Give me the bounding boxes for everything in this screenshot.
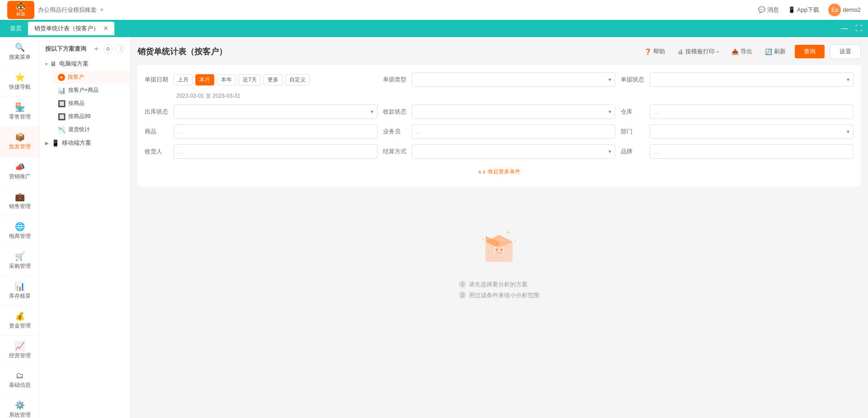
settings-btn[interactable]: 设置 xyxy=(830,44,861,59)
tree-item-by-customer-product[interactable]: 📊 按客户+商品 xyxy=(52,84,130,97)
sidebar-item-marketing[interactable]: 📣 营销推广 xyxy=(0,157,39,186)
sidebar-item-purchase[interactable]: 🛒 采购管理 xyxy=(0,246,39,276)
doc-type-input[interactable]: ▾ xyxy=(412,72,616,87)
tab-close-icon[interactable]: ✕ xyxy=(104,25,108,32)
collapse-bar[interactable]: ∧∧ 收起更多条件 xyxy=(145,164,854,179)
tree-item-return-stats[interactable]: 📉 退货统计 xyxy=(52,123,130,136)
department-arrow: ▾ xyxy=(847,128,849,135)
product-input[interactable]: … xyxy=(174,124,377,139)
app-download-btn[interactable]: 📱 App下载 xyxy=(788,6,819,14)
tab-sales-stats[interactable]: 销货单统计表（按客户） ✕ xyxy=(28,22,114,35)
tree-mobile-label: 移动端方案 xyxy=(62,139,91,147)
chart-icon-2: 🔲 xyxy=(58,100,66,107)
user-btn[interactable]: Ea demo2 xyxy=(828,4,861,16)
tab-bar: 首页 销货单统计表（按客户） ✕ — ⛶ xyxy=(0,20,868,37)
tree-item-by-customer[interactable]: ● 按客户 xyxy=(52,71,130,84)
sidebar-item-retail[interactable]: 🏪 零售管理 xyxy=(0,97,39,127)
sidebar: 🔍 搜索菜单 ⭐ 快捷导航 🏪 零售管理 📦 批发管理 📣 营销推广 💼 销售管… xyxy=(0,37,40,418)
tab-minimize-btn[interactable]: — xyxy=(839,23,850,34)
date-btn-this-year[interactable]: 本年 xyxy=(217,74,236,86)
out-status-input[interactable]: ▾ xyxy=(174,104,377,119)
sidebar-item-quick-nav-label: 快捷导航 xyxy=(9,83,31,91)
left-panel-icons: + ⚙ 《 xyxy=(92,44,124,53)
help-icon: ❓ xyxy=(644,48,651,55)
sidebar-item-inventory[interactable]: 📊 库存核算 xyxy=(0,276,39,306)
logo-icon: 🐯 xyxy=(16,3,26,11)
filter-item-product: 商品 … xyxy=(145,124,377,139)
collapse-label: 收起更多条件 xyxy=(488,168,520,176)
doc-status-input[interactable]: ▾ xyxy=(650,72,854,87)
refresh-btn[interactable]: 🔄 刷新 xyxy=(761,46,789,57)
receipt-status-input[interactable]: ▾ xyxy=(412,104,616,119)
date-btn-this-month[interactable]: 本月 xyxy=(195,74,214,86)
template-print-arrow: ▾ xyxy=(717,49,719,54)
department-input[interactable]: ▾ xyxy=(650,124,854,139)
tree-item-by-customer-product-label: 按客户+商品 xyxy=(68,86,99,94)
settlement-input[interactable]: ▾ xyxy=(412,144,616,159)
receipt-status-arrow: ▾ xyxy=(609,109,611,115)
filter-form: 单据日期 上月 本月 本年 近7天 更多 自定义 单据类型 xyxy=(137,65,861,186)
date-filter-row: 上月 本月 本年 近7天 更多 自定义 xyxy=(174,74,310,86)
sidebar-item-finance[interactable]: 💰 资金管理 xyxy=(0,306,39,336)
tree-desktop-children: ● 按客户 📊 按客户+商品 🔲 按商品 🔲 按商品99 📉 退货统 xyxy=(40,71,130,136)
quick-nav-icon: ⭐ xyxy=(15,72,25,82)
export-btn[interactable]: 📤 导出 xyxy=(728,46,756,57)
page-title: 销货单统计表（按客户） xyxy=(137,46,227,57)
date-btn-last-month[interactable]: 上月 xyxy=(174,74,193,86)
tip-text-1: 请先选择要分析的方案 xyxy=(469,280,528,289)
salesperson-input[interactable]: … xyxy=(412,124,616,139)
refresh-icon: 🔄 xyxy=(765,48,772,55)
tip-1: 1 请先选择要分析的方案 xyxy=(459,280,539,289)
app-title-arrow[interactable]: ▾ xyxy=(100,6,104,13)
sidebar-item-wholesale[interactable]: 📦 批发管理 xyxy=(0,127,39,157)
tree-mobile-group[interactable]: ▶ 📱 移动端方案 xyxy=(40,136,130,150)
tab-home[interactable]: 首页 xyxy=(4,22,28,35)
tree-item-by-product-99[interactable]: 🔲 按商品99 xyxy=(52,110,130,123)
tree-item-by-customer-label: 按客户 xyxy=(68,73,84,81)
sidebar-item-sales[interactable]: 💼 销售管理 xyxy=(0,186,39,216)
tab-maximize-btn[interactable]: ⛶ xyxy=(854,23,864,34)
settings-scheme-btn[interactable]: ⚙ xyxy=(104,44,113,53)
empty-illustration xyxy=(472,219,526,273)
query-btn[interactable]: 查询 xyxy=(795,45,825,58)
tree-item-by-product[interactable]: 🔲 按商品 xyxy=(52,97,130,110)
sidebar-item-ecommerce[interactable]: 🌐 电商管理 xyxy=(0,216,39,246)
receiver-input[interactable]: … xyxy=(174,144,377,159)
receiver-placeholder: … xyxy=(178,148,184,155)
collapse-icon: 《 xyxy=(118,46,123,52)
chart-icon-3: 🔲 xyxy=(58,113,66,120)
top-header: 🐯 标版 办公用品行业模拟账套 ▾ 💬 消息 📱 App下载 Ea demo2 xyxy=(0,0,868,20)
sidebar-item-search[interactable]: 🔍 搜索菜单 xyxy=(0,37,39,67)
sidebar-item-basic[interactable]: 🗂 基础信息 xyxy=(0,366,39,395)
sales-icon: 💼 xyxy=(15,192,25,202)
sidebar-item-system-label: 系统管理 xyxy=(9,411,31,418)
left-panel-header: 按以下方案查询 + ⚙ 《 xyxy=(40,41,130,57)
sidebar-item-quick-nav[interactable]: ⭐ 快捷导航 xyxy=(0,67,39,97)
brand-input[interactable]: … xyxy=(650,144,854,159)
header-right: 💬 消息 📱 App下载 Ea demo2 xyxy=(758,4,861,16)
sidebar-item-system[interactable]: ⚙️ 系统管理 xyxy=(0,395,39,418)
settings-icon: ⚙ xyxy=(106,46,110,52)
warehouse-input[interactable]: … xyxy=(650,104,854,119)
settlement-label: 结算方式 xyxy=(383,147,408,156)
date-btn-custom[interactable]: 自定义 xyxy=(285,74,310,86)
message-btn[interactable]: 💬 消息 xyxy=(758,6,779,14)
sidebar-item-operation[interactable]: 📈 经营管理 xyxy=(0,336,39,366)
filter-item-receiver: 收货人 … xyxy=(145,144,377,159)
date-btn-more[interactable]: 更多 xyxy=(264,74,283,86)
tree-desktop-group[interactable]: ▾ 🖥 电脑端方案 xyxy=(40,57,130,71)
help-btn[interactable]: ❓ 帮助 xyxy=(641,46,669,57)
collapse-panel-btn[interactable]: 《 xyxy=(115,44,124,53)
add-scheme-btn[interactable]: + xyxy=(92,44,101,53)
doc-type-arrow: ▾ xyxy=(609,76,611,83)
date-btn-7days[interactable]: 近7天 xyxy=(239,74,261,86)
tree-arrow-icon: ▾ xyxy=(45,62,47,66)
basic-icon: 🗂 xyxy=(16,371,24,380)
empty-state: 1 请先选择要分析的方案 2 用过滤条件来缩小分析范围 xyxy=(137,192,861,329)
finance-icon: 💰 xyxy=(15,311,25,321)
template-print-btn[interactable]: 🖨 按模板打印 ▾ xyxy=(674,46,722,57)
export-label: 导出 xyxy=(741,48,752,56)
brand-placeholder: … xyxy=(654,148,660,155)
filter-item-brand: 品牌 … xyxy=(621,144,854,159)
logo[interactable]: 🐯 标版 xyxy=(7,1,34,19)
